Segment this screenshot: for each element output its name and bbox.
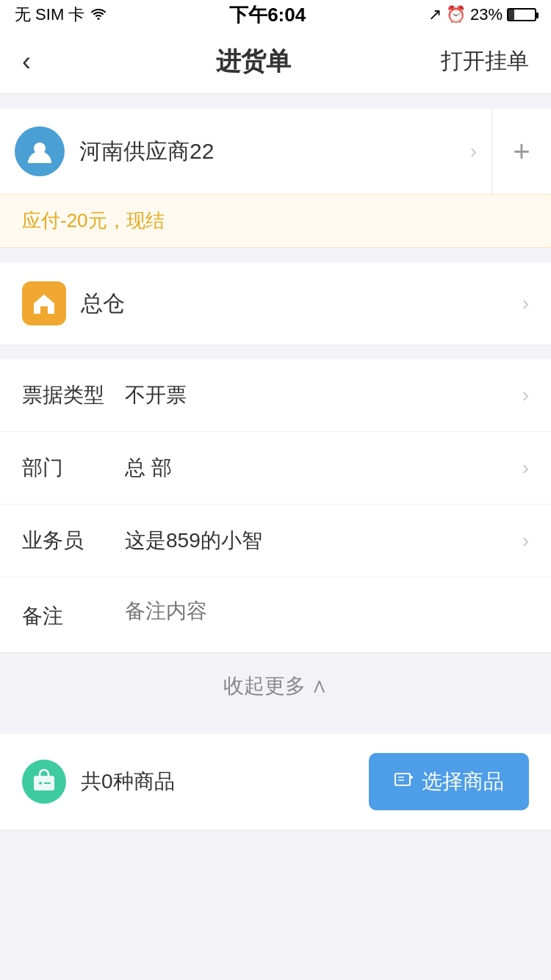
warehouse-name: 总仓 — [81, 289, 515, 319]
supplier-selector[interactable]: 河南供应商22 › — [0, 109, 492, 194]
nav-bar: ‹ 进货单 打开挂单 — [0, 29, 551, 94]
svg-rect-1 — [40, 306, 48, 314]
remark-row: 备注 — [0, 577, 551, 652]
invoice-chevron-icon: › — [522, 383, 529, 407]
dept-value: 总 部 — [125, 454, 515, 482]
warehouse-section[interactable]: 总仓 › — [0, 262, 551, 345]
select-goods-icon — [394, 769, 414, 795]
supplier-section: 河南供应商22 › + — [0, 109, 551, 194]
goods-count-label: 共0种商品 — [81, 768, 354, 796]
remark-input[interactable] — [125, 599, 529, 623]
status-right: ↗ ⏰ 23% — [428, 5, 536, 24]
invoice-type-row[interactable]: 票据类型 不开票 › — [0, 359, 551, 432]
invoice-label: 票据类型 — [22, 381, 125, 409]
salesman-chevron-icon: › — [522, 529, 529, 552]
salesman-label: 业务员 — [22, 527, 125, 555]
page-title: 进货单 — [216, 45, 291, 79]
form-section: 票据类型 不开票 › 部门 总 部 › 业务员 这是859的小智 › 备注 — [0, 359, 551, 652]
dept-label: 部门 — [22, 454, 125, 482]
battery-icon — [507, 8, 536, 21]
select-goods-label: 选择商品 — [422, 768, 504, 796]
collapse-button[interactable]: 收起更多 ∧ — [0, 652, 551, 719]
warehouse-chevron-icon: › — [522, 292, 529, 315]
add-supplier-button[interactable]: + — [492, 109, 551, 194]
alarm-icon: ⏰ — [446, 5, 466, 24]
invoice-value: 不开票 — [125, 381, 515, 409]
dept-chevron-icon: › — [522, 456, 529, 480]
battery-percent: 23% — [470, 5, 503, 24]
wifi-icon — [90, 7, 107, 24]
content-area: 河南供应商22 › + 应付-20元，现结 总仓 › 票据类型 不开票 › 部门… — [0, 109, 551, 829]
status-time: 下午6:04 — [229, 2, 306, 28]
status-left: 无 SIM 卡 — [15, 4, 107, 26]
location-icon: ↗ — [428, 5, 442, 24]
collapse-label: 收起更多 ∧ — [223, 672, 328, 700]
department-row[interactable]: 部门 总 部 › — [0, 432, 551, 505]
salesman-value: 这是859的小智 — [125, 527, 515, 555]
supplier-avatar — [15, 126, 65, 176]
status-bar: 无 SIM 卡 下午6:04 ↗ ⏰ 23% — [0, 0, 551, 29]
bottom-bar: 共0种商品 选择商品 — [0, 734, 551, 829]
supplier-name: 河南供应商22 — [79, 137, 463, 167]
carrier-label: 无 SIM 卡 — [15, 4, 84, 26]
salesman-row[interactable]: 业务员 这是859的小智 › — [0, 505, 551, 577]
remark-label: 备注 — [22, 599, 125, 630]
warehouse-icon — [22, 281, 66, 325]
svg-point-3 — [39, 782, 42, 785]
notice-banner: 应付-20元，现结 — [0, 194, 551, 248]
open-pending-button[interactable]: 打开挂单 — [441, 46, 529, 76]
notice-text: 应付-20元，现结 — [22, 209, 165, 231]
select-goods-button[interactable]: 选择商品 — [369, 753, 529, 810]
supplier-chevron-icon: › — [470, 140, 477, 163]
goods-icon — [22, 760, 66, 804]
back-button[interactable]: ‹ — [22, 46, 66, 77]
svg-rect-5 — [395, 774, 410, 785]
